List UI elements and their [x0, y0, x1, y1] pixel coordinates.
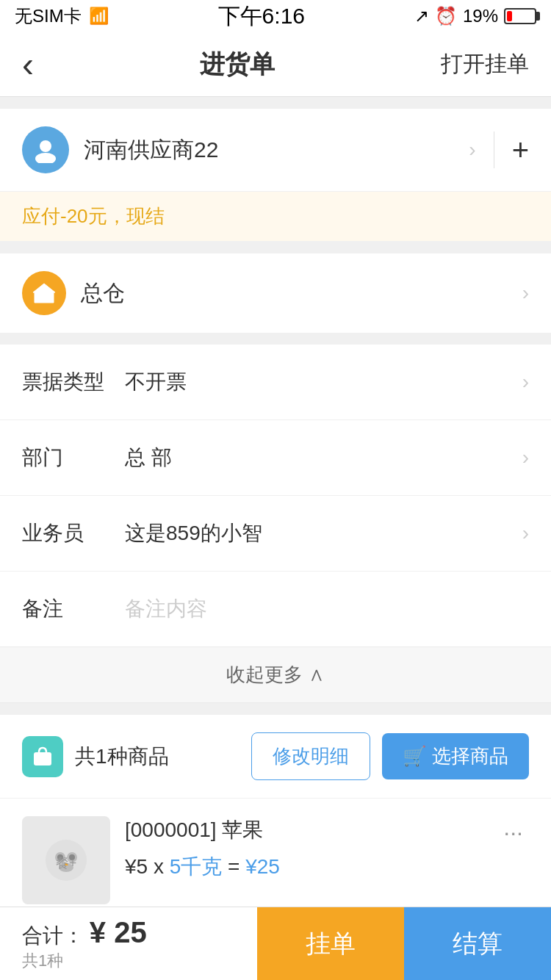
product-code: [0000001] — [125, 818, 222, 841]
add-button[interactable]: + — [512, 134, 529, 167]
person-icon — [32, 137, 59, 163]
products-count: 共1种商品 — [75, 743, 240, 771]
location-icon: ↗ — [414, 6, 429, 26]
svg-point-0 — [40, 140, 51, 152]
status-left: 无SIM卡 📶 — [15, 4, 109, 28]
edit-detail-button[interactable]: 修改明细 — [251, 732, 370, 780]
carrier-label: 无SIM卡 — [15, 4, 82, 28]
remark-label: 备注 — [22, 595, 125, 623]
checkout-button[interactable]: 结算 — [404, 907, 551, 981]
more-button[interactable]: ··· — [497, 816, 529, 849]
time-label: 下午6:16 — [218, 1, 305, 32]
battery-percent: 19% — [463, 6, 498, 26]
svg-point-1 — [35, 153, 56, 163]
remark-row[interactable]: 备注 备注内容 — [0, 571, 551, 646]
total-row: 合计： ¥ 25 — [22, 916, 235, 950]
section-gap-2 — [0, 242, 551, 253]
supplier-arrow-icon: › — [469, 138, 475, 162]
footer: 合计： ¥ 25 共1种 挂单 结算 — [0, 907, 551, 980]
supplier-divider — [494, 131, 494, 168]
dept-arrow-icon: › — [522, 446, 529, 469]
salesperson-label: 业务员 — [22, 519, 125, 547]
total-amount: ¥ 25 — [90, 916, 147, 948]
hang-button[interactable]: 挂单 — [257, 907, 404, 981]
form-card: 票据类型 不开票 › 部门 总 部 › 业务员 这是859的小智 › 备注 备注… — [0, 345, 551, 646]
quantity-value: 5千克 — [170, 855, 223, 878]
total-label: 合计： — [22, 924, 84, 947]
section-gap-4 — [0, 703, 551, 715]
section-gap-1 — [0, 97, 551, 109]
ticket-arrow-icon: › — [522, 370, 529, 394]
open-hang-button[interactable]: 打开挂单 — [441, 49, 529, 79]
section-gap-3 — [0, 333, 551, 345]
supplier-name: 河南供应商22 — [84, 135, 469, 165]
product-info: [0000001] 苹果 ¥5 x 5千克 = ¥25 — [125, 816, 483, 881]
product-name: [0000001] 苹果 — [125, 816, 483, 844]
home-icon — [32, 282, 57, 304]
page-title: 进货单 — [200, 48, 275, 82]
salesperson-row[interactable]: 业务员 这是859的小智 › — [0, 495, 551, 571]
nav-bar: ‹ 进货单 打开挂单 — [0, 32, 551, 97]
warehouse-name: 总仓 — [81, 278, 522, 309]
collapse-bar[interactable]: 收起更多 ∧ — [0, 646, 551, 703]
products-icon — [22, 736, 63, 777]
supplier-row[interactable]: 河南供应商22 › + — [0, 109, 551, 192]
salesperson-arrow-icon: › — [522, 522, 529, 545]
warehouse-row[interactable]: 总仓 › — [0, 253, 551, 333]
select-product-label: 选择商品 — [432, 743, 508, 769]
collapse-label: 收起更多 ∧ — [226, 663, 324, 685]
equals-sign: = — [222, 855, 245, 878]
svg-marker-2 — [33, 284, 55, 303]
warehouse-icon — [22, 271, 66, 315]
battery-icon — [504, 8, 536, 24]
footer-total: 合计： ¥ 25 共1种 — [0, 916, 257, 972]
product-item: 餐+ [0000001] 苹果 ¥5 x 5千克 = ¥25 ··· — [0, 798, 551, 922]
dept-row[interactable]: 部门 总 部 › — [0, 419, 551, 495]
notice-text: 应付-20元，现结 — [22, 205, 165, 227]
bag-icon — [31, 745, 54, 768]
ticket-label: 票据类型 — [22, 368, 125, 396]
status-right: ↗ ⏰ 19% — [414, 6, 536, 26]
price-value: ¥5 x — [125, 855, 170, 878]
product-thumbnail: 餐+ — [22, 816, 110, 904]
svg-rect-3 — [34, 752, 51, 765]
remark-input[interactable]: 备注内容 — [125, 595, 529, 623]
notice-bar: 应付-20元，现结 — [0, 192, 551, 242]
supplier-card: 河南供应商22 › + 应付-20元，现结 — [0, 109, 551, 242]
avatar — [22, 126, 69, 173]
products-card: 共1种商品 修改明细 🛒 选择商品 餐+ [0000001] 苹果 — [0, 715, 551, 922]
cart-icon: 🛒 — [403, 745, 426, 768]
wifi-icon: 📶 — [89, 7, 109, 26]
alarm-icon: ⏰ — [435, 6, 457, 26]
product-price: ¥5 x 5千克 = ¥25 — [125, 853, 483, 881]
warehouse-arrow-icon: › — [522, 281, 529, 305]
ticket-value: 不开票 — [125, 368, 522, 396]
ticket-row[interactable]: 票据类型 不开票 › — [0, 345, 551, 419]
dept-value: 总 部 — [125, 444, 522, 472]
dept-label: 部门 — [22, 444, 125, 472]
owl-label: 餐+ — [56, 854, 77, 872]
salesperson-value: 这是859的小智 — [125, 519, 522, 547]
product-title: 苹果 — [222, 818, 263, 841]
total-value: ¥25 — [245, 855, 280, 878]
back-button[interactable]: ‹ — [22, 44, 34, 84]
total-sub-label: 共1种 — [22, 950, 235, 972]
status-bar: 无SIM卡 📶 下午6:16 ↗ ⏰ 19% — [0, 0, 551, 32]
products-header: 共1种商品 修改明细 🛒 选择商品 — [0, 715, 551, 798]
warehouse-card: 总仓 › — [0, 253, 551, 333]
select-product-button[interactable]: 🛒 选择商品 — [382, 733, 529, 779]
